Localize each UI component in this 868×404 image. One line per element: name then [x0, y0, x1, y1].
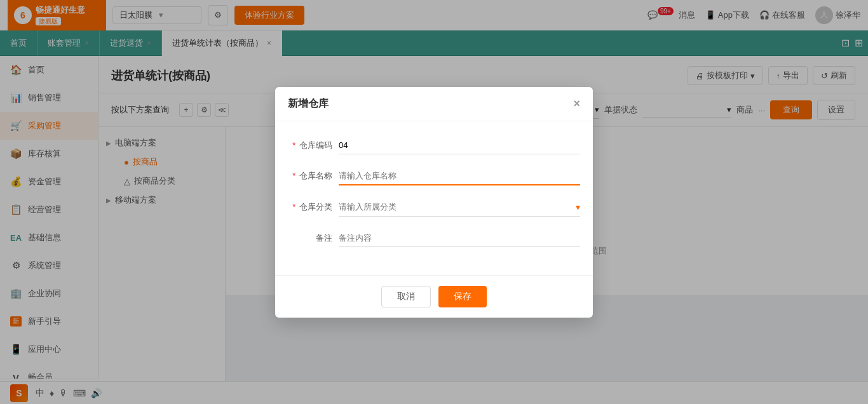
save-button[interactable]: 保存: [438, 286, 487, 307]
warehouse-remark-input[interactable]: [339, 229, 580, 247]
form-label-category: * 仓库分类: [288, 201, 339, 213]
required-star-code: *: [292, 140, 295, 150]
required-star-name: *: [292, 171, 295, 180]
form-row-name: * 仓库名称: [288, 167, 580, 185]
modal-overlay[interactable]: 新增仓库 × * 仓库编码 * 仓库名称: [0, 0, 868, 404]
form-row-code: * 仓库编码: [288, 137, 580, 154]
form-row-category: * 仓库分类 ▾: [288, 198, 580, 217]
warehouse-category-select[interactable]: ▾: [339, 198, 580, 217]
form-label-name: * 仓库名称: [288, 170, 339, 182]
form-row-remark: 备注: [288, 229, 580, 247]
warehouse-category-input[interactable]: [339, 202, 576, 212]
modal-dialog: 新增仓库 × * 仓库编码 * 仓库名称: [275, 87, 593, 318]
modal-body: * 仓库编码 * 仓库名称 * 仓库: [275, 121, 593, 275]
form-label-code: * 仓库编码: [288, 140, 339, 151]
modal-close-button[interactable]: ×: [573, 98, 580, 109]
required-star-category: *: [292, 202, 295, 212]
category-chevron-icon: ▾: [576, 202, 580, 212]
modal-title: 新增仓库: [288, 97, 329, 111]
modal-header: 新增仓库 ×: [275, 87, 593, 121]
warehouse-code-input[interactable]: [339, 137, 580, 154]
cancel-button[interactable]: 取消: [381, 286, 431, 307]
modal-footer: 取消 保存: [275, 275, 593, 318]
app-wrapper: 6 畅捷通好生意 捷易版 日太阳膜 ▾ ⚙ 体验行业方案 💬 99+ 消息: [0, 0, 868, 404]
form-label-remark: 备注: [288, 232, 339, 244]
warehouse-name-input[interactable]: [339, 167, 580, 185]
